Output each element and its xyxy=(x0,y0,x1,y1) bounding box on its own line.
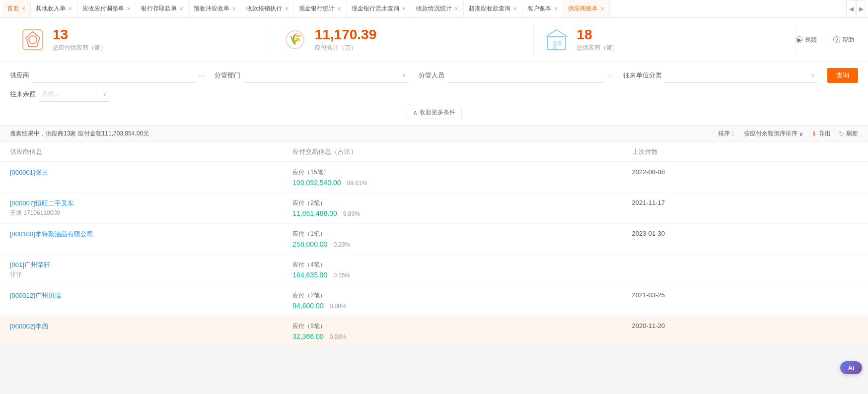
table-header: 供应商信息 应付交易信息（占比） 上次付数 xyxy=(0,142,868,162)
trans-amount[interactable]: 164,635.90 xyxy=(292,271,327,279)
collapse-section: ∧ 收起更多条件 xyxy=(10,106,858,119)
supplier-link-beirui[interactable]: [000012]广州贝瑞 xyxy=(10,292,61,299)
filter-department: 分管部门 ∨ xyxy=(215,68,409,83)
table-row: [000100]本特勤油品有限公司 应付（1笔） 258,000.00 0.23… xyxy=(0,224,868,255)
stat-info-ap-suppliers: 13 总应付供应商（家） xyxy=(53,27,106,52)
nav-tab-collection-stats[interactable]: 收款情况统计 ✕ xyxy=(411,0,464,18)
balance-filter-select[interactable]: 选择... ∨ xyxy=(39,87,109,102)
trans-info: 11,051,486.00 9.89% xyxy=(292,207,632,217)
trans-percent: 9.89% xyxy=(343,210,360,217)
filter-person: 分管人员 ··· xyxy=(419,68,613,83)
sort-select[interactable]: 按应付余额倒序排序 ∨ xyxy=(744,130,803,138)
nav-tab-cash-bank-stats[interactable]: 现金银行统计 ✕ xyxy=(294,0,347,18)
close-tab-collection-stats[interactable]: ✕ xyxy=(454,6,458,11)
help-links: ▶ 视频 ? 帮助 xyxy=(796,36,858,44)
supplier-link-rongxuan[interactable]: [001]广州荣轩 xyxy=(10,261,50,268)
collapse-button[interactable]: ∧ 收起更多条件 xyxy=(407,106,462,119)
close-tab-cash-bank-stats[interactable]: ✕ xyxy=(337,6,341,11)
close-tab-home[interactable]: ✕ xyxy=(21,6,25,11)
ap-amount-number: 11,170.39 xyxy=(315,27,377,43)
nav-next-arrow[interactable]: ▶ xyxy=(856,0,866,18)
close-tab-overdue-ap[interactable]: ✕ xyxy=(513,6,517,11)
supplier-sub: 仔仔 xyxy=(10,270,292,279)
filter-supplier: 供应商 ··· xyxy=(10,68,205,83)
last-pay-cell: 2023-01-30 xyxy=(632,230,858,237)
nav-arrows: ◀ ▶ xyxy=(846,0,866,18)
nav-tab-bank-deposit[interactable]: 银行存取款单 ✕ xyxy=(136,0,189,18)
trans-amount[interactable]: 11,051,486.00 xyxy=(292,209,337,217)
department-filter-label: 分管部门 xyxy=(215,71,240,80)
close-tab-cash-bank-flow[interactable]: ✕ xyxy=(402,6,406,11)
export-icon: ⬇ xyxy=(811,130,817,137)
stat-block-ap-amount: 🌾 11,170.39 应付合计（万） xyxy=(272,24,534,56)
svg-text:🌾: 🌾 xyxy=(288,32,302,46)
export-button[interactable]: ⬇ 导出 xyxy=(811,130,831,138)
nav-tab-overdue-ap[interactable]: 超期应收款查询 ✕ xyxy=(464,0,522,18)
trans-info: 100,092,540.00 89.61% xyxy=(292,177,632,187)
supplier-cell: [000100]本特勤油品有限公司 xyxy=(10,230,292,239)
person-filter-input[interactable] xyxy=(447,68,604,83)
trans-amount[interactable]: 100,092,540.00 xyxy=(292,179,341,187)
supplier-link-li4[interactable]: [000002]李四 xyxy=(10,323,48,330)
col-header-transaction: 应付交易信息（占比） xyxy=(292,147,632,156)
last-pay-cell: 2022-08-08 xyxy=(632,168,858,176)
last-pay-date: 2021-11-17 xyxy=(632,199,665,206)
trans-amount[interactable]: 94,600.00 xyxy=(292,302,323,310)
last-pay-cell: 2021-03-25 xyxy=(632,291,858,299)
person-ellipsis-btn[interactable]: ··· xyxy=(607,71,613,79)
query-button[interactable]: 查询 xyxy=(827,68,858,83)
supplier-link-zhang3[interactable]: [000001]张三 xyxy=(10,169,48,176)
nav-tab-advance-write-off[interactable]: 预收冲应收单 ✕ xyxy=(189,0,241,18)
trans-percent: 0.03% xyxy=(330,333,347,340)
ap-amount-label: 应付合计（万） xyxy=(315,44,377,52)
nav-tab-other-income[interactable]: 其他收入单 ✕ xyxy=(31,0,77,18)
category-filter-select[interactable]: ∨ xyxy=(665,68,818,83)
result-bar: 搜索结果中，供应商13家 应付金额111,703,854.00元 排序： 按应付… xyxy=(0,126,868,142)
trans-amount[interactable]: 258,000.00 xyxy=(292,240,327,248)
transaction-cell: 应付（2笔） 11,051,486.00 9.89% xyxy=(292,199,632,217)
trans-label: 应付（4笔） xyxy=(292,261,632,269)
nav-tab-collection-verify[interactable]: 收款核销执行 ✕ xyxy=(241,0,294,18)
supplier-link-hengwang[interactable]: [000007]恒旺二手叉车 xyxy=(10,199,74,207)
nav-tab-cash-bank-flow[interactable]: 现金银行流水查询 ✕ xyxy=(347,0,411,18)
refresh-button[interactable]: ↻ 刷新 xyxy=(839,130,858,138)
last-pay-date: 2023-01-30 xyxy=(632,230,665,237)
close-tab-ap-adjust[interactable]: ✕ xyxy=(127,6,131,11)
table-row: [000002]李四 应付（5笔） 32,366.00 0.03% 2020-1… xyxy=(0,316,868,347)
trans-info: 258,000.00 0.23% xyxy=(292,238,632,248)
nav-tab-ap-adjust[interactable]: 应收应付调整单 ✕ xyxy=(77,0,136,18)
close-tab-other-income[interactable]: ✕ xyxy=(68,6,72,11)
stat-block-ap-suppliers: 13 总应付供应商（家） xyxy=(10,24,272,56)
supplier-filter-input[interactable] xyxy=(32,68,196,83)
video-circle-icon: ▶ xyxy=(796,36,803,43)
nav-tab-supplier-account[interactable]: 供应商账本 ✕ xyxy=(563,0,610,18)
table-row: [000001]张三 应付（15笔） 100,092,540.00 89.61%… xyxy=(0,162,868,193)
close-tab-bank-deposit[interactable]: ✕ xyxy=(179,6,183,11)
trans-amount[interactable]: 32,366.00 xyxy=(292,332,323,340)
help-link[interactable]: ? 帮助 xyxy=(833,36,854,44)
nav-tab-home[interactable]: 首页 ✕ xyxy=(2,0,31,18)
trans-info: 32,366.00 0.03% xyxy=(292,330,632,340)
nav-tab-customer-account[interactable]: 客户账本 ✕ xyxy=(522,0,563,18)
table-row: [000007]恒旺二手叉车 王通 17106110000 应付（2笔） 11,… xyxy=(0,193,868,224)
supplier-link-bente[interactable]: [000100]本特勤油品有限公司 xyxy=(10,230,93,238)
close-tab-advance-write-off[interactable]: ✕ xyxy=(232,6,236,11)
trans-label: 应付（5笔） xyxy=(292,322,632,330)
supplier-ellipsis-btn[interactable]: ··· xyxy=(199,71,205,79)
svg-rect-6 xyxy=(553,41,557,50)
department-filter-select[interactable]: ∨ xyxy=(243,68,409,83)
filter-balance: 往来余额 选择... ∨ xyxy=(10,87,109,102)
trans-percent: 0.15% xyxy=(333,272,350,279)
close-tab-customer-account[interactable]: ✕ xyxy=(554,6,558,11)
last-pay-cell: 2020-11-20 xyxy=(632,322,858,329)
refresh-icon: ↻ xyxy=(839,130,844,137)
last-pay-date: 2020-11-20 xyxy=(632,322,665,329)
nav-prev-arrow[interactable]: ◀ xyxy=(846,0,856,18)
filter-category: 往来单位分类 ∨ xyxy=(623,68,818,83)
diamond-shop-icon xyxy=(20,27,46,53)
department-chevron-icon: ∨ xyxy=(402,72,406,78)
close-tab-supplier-account[interactable]: ✕ xyxy=(600,6,604,11)
video-link[interactable]: ▶ 视频 xyxy=(796,36,817,44)
close-tab-collection-verify[interactable]: ✕ xyxy=(285,6,289,11)
trans-label: 应付（2笔） xyxy=(292,199,632,207)
